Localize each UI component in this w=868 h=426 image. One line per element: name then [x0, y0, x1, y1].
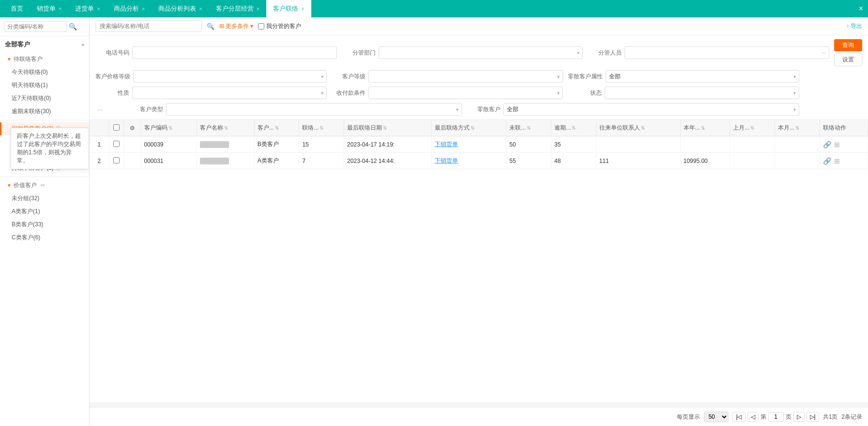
last-month-amount	[730, 136, 775, 153]
row-checkbox[interactable]	[113, 157, 120, 163]
more-conditions-button[interactable]: ⊞ 更多条件 ▾	[219, 22, 253, 30]
last-contact-method[interactable]: 下销货单	[431, 153, 506, 169]
my-customer-filter[interactable]: 我分管的客户	[258, 22, 301, 30]
qr-icon[interactable]: ⊞	[834, 157, 840, 165]
sort-icon[interactable]: ⇅	[275, 125, 279, 131]
more-options-dots[interactable]: ···	[97, 106, 103, 113]
select-all-checkbox[interactable]	[113, 124, 120, 131]
sort-icon[interactable]: ⇅	[641, 125, 645, 131]
more-dots-field: ···	[95, 106, 124, 113]
sort-icon[interactable]: ⇅	[701, 125, 705, 131]
horizontal-scrollbar[interactable]	[90, 402, 868, 407]
col-header-contact: 联络...⇅	[299, 120, 344, 136]
sidebar-item-ungrouped[interactable]: 未分组(32)	[0, 192, 89, 205]
value-customers-group-title[interactable]: ▼ 价值客户 ✏	[0, 179, 89, 192]
sidebar-item-overdue-uncontacted[interactable]: 逾期未联络(30)	[0, 105, 89, 118]
sort-icon[interactable]: ⇅	[750, 125, 754, 131]
phone-input[interactable]	[132, 46, 337, 59]
sort-icon[interactable]: ⇅	[224, 125, 228, 131]
col-header-checkbox[interactable]	[109, 120, 123, 136]
page-number-input[interactable]	[768, 412, 784, 422]
payment-select[interactable]: ▾	[368, 87, 563, 99]
dots-icon[interactable]: ···	[821, 49, 826, 56]
search-button[interactable]: 🔍	[207, 23, 214, 30]
filter-row-3: 性质 ▾ 收付款条件 ▾ 状态	[95, 87, 862, 99]
nav-product-analysis-list[interactable]: 商品分析列表 ×	[152, 0, 209, 17]
sidebar-item-7days-pending[interactable]: 近7天待联络(0)	[0, 92, 89, 105]
customer-level-select[interactable]: ▾	[368, 70, 563, 83]
retail-attr-select[interactable]: 全部 ▾	[606, 70, 799, 83]
sort-icon[interactable]: ⇅	[320, 125, 323, 131]
sort-icon[interactable]: ⇅	[471, 125, 474, 131]
filter-row-4: ··· 客户类型 ▾ 零散客户 全部 ▾	[95, 103, 862, 116]
person-select[interactable]: ···	[624, 46, 829, 59]
close-icon[interactable]: ×	[142, 6, 145, 12]
settings-button[interactable]: 设置	[834, 53, 862, 66]
sidebar-search-input[interactable]	[4, 21, 67, 32]
row-checkbox[interactable]	[113, 141, 120, 147]
status-field: 状态 ▾	[568, 87, 799, 99]
nav-home[interactable]: 首页	[4, 0, 30, 17]
nav-customer-contact[interactable]: 客户联络 ×	[266, 0, 311, 17]
customer-name[interactable]	[197, 153, 254, 169]
sidebar-search-area: 🔍	[0, 17, 89, 36]
window-close-button[interactable]: ×	[859, 4, 863, 13]
col-header-settings[interactable]: ⚙	[123, 120, 141, 136]
nav-purchase-order[interactable]: 进货单 ×	[68, 0, 107, 17]
last-contact-method[interactable]: 下销货单	[431, 136, 506, 153]
sort-icon[interactable]: ⇅	[168, 125, 172, 131]
row-number: 2	[90, 153, 109, 169]
customer-type-select[interactable]: ▾	[166, 103, 462, 116]
close-icon[interactable]: ×	[59, 6, 61, 12]
sidebar-item-tomorrow-pending[interactable]: 明天待联络(1)	[0, 79, 89, 92]
page-size-select[interactable]: 50 100 200	[704, 411, 729, 422]
contact-link-icon[interactable]: 🔗	[823, 141, 831, 148]
dept-select[interactable]: ▾	[379, 46, 583, 59]
last-month-amount	[730, 153, 775, 169]
nav-customer-segmentation[interactable]: 客户分层经营 ×	[209, 0, 266, 17]
qr-icon[interactable]: ⊞	[834, 141, 840, 148]
col-header-overdue: 逾期...⇅	[551, 120, 596, 136]
close-icon[interactable]: ×	[97, 6, 100, 12]
customer-search-input[interactable]	[95, 20, 202, 32]
retail-customer-select[interactable]: 全部 ▾	[503, 103, 799, 116]
first-page-button[interactable]: |◁	[732, 412, 745, 422]
sidebar-item-c-class[interactable]: C类客户(6)	[0, 231, 89, 244]
next-page-button[interactable]: ▷	[793, 412, 805, 422]
sort-icon[interactable]: ⇅	[572, 125, 576, 131]
row-checkbox-cell[interactable]	[109, 153, 123, 169]
sidebar-item-b-class[interactable]: B类客户(33)	[0, 218, 89, 231]
my-customer-checkbox[interactable]	[258, 23, 264, 29]
sidebar-search-button[interactable]: 🔍	[69, 23, 77, 30]
contact-link-icon[interactable]: 🔗	[823, 157, 831, 165]
prev-page-button[interactable]: ◁	[747, 412, 759, 422]
row-checkbox-cell[interactable]	[109, 136, 123, 153]
query-button[interactable]: 查询	[834, 39, 862, 51]
nav-sales-order[interactable]: 销货单 ×	[30, 0, 68, 17]
all-customers-title: 全部客户 «	[0, 36, 89, 53]
close-icon[interactable]: ×	[301, 6, 304, 12]
close-icon[interactable]: ×	[199, 6, 202, 12]
sort-icon[interactable]: ⇅	[527, 125, 531, 131]
close-icon[interactable]: ×	[257, 6, 259, 12]
col-header-name: 客户名称⇅	[197, 120, 254, 136]
collapse-icon[interactable]: «	[81, 42, 84, 47]
col-header-unit-contact: 往来单位联系人⇅	[596, 120, 680, 136]
sidebar-item-a-class[interactable]: A类客户(1)	[0, 205, 89, 218]
sidebar-item-today-pending[interactable]: 今天待联络(0)	[0, 66, 89, 79]
customer-name[interactable]	[197, 136, 254, 153]
row-settings-cell	[123, 153, 141, 169]
export-button[interactable]: ↑ 导出	[846, 22, 862, 30]
nature-select[interactable]: ▾	[132, 87, 327, 99]
customer-type: B类客户	[254, 136, 299, 153]
sort-icon[interactable]: ⇅	[795, 125, 799, 131]
edit-icon[interactable]: ✏	[41, 182, 45, 189]
nav-product-analysis[interactable]: 商品分析 ×	[107, 0, 152, 17]
last-page-button[interactable]: ▷|	[807, 412, 819, 422]
sort-icon[interactable]: ⇅	[383, 125, 387, 131]
phone-field: 电话号码	[95, 46, 337, 59]
total-pages-label: 共1页	[823, 413, 838, 421]
status-select[interactable]: ▾	[605, 87, 799, 99]
pending-contact-group-title[interactable]: ▼ 待联络客户	[0, 53, 89, 66]
price-level-select[interactable]: ▾	[133, 70, 327, 83]
